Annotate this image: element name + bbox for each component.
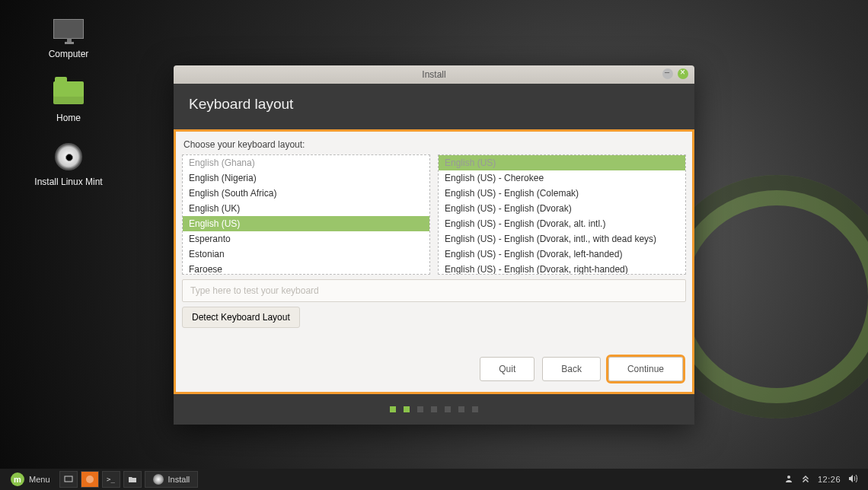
files-launcher[interactable] (123, 471, 142, 488)
desktop-icon-label: Home (23, 113, 114, 123)
menu-button[interactable]: m Menu (5, 473, 56, 486)
firefox-launcher[interactable] (81, 471, 99, 488)
install-window: Install Keyboard layout Choose your keyb… (174, 65, 694, 425)
continue-button[interactable]: Continue (608, 357, 683, 381)
disc-icon (55, 143, 82, 170)
svg-point-2 (787, 476, 790, 479)
terminal-launcher[interactable]: >_ (102, 471, 120, 488)
layout-variant-item[interactable]: English (US) - English (Dvorak, alt. int… (439, 216, 685, 231)
layout-family-item[interactable]: English (UK) (183, 201, 429, 216)
back-button[interactable]: Back (542, 357, 601, 381)
layout-family-list[interactable]: English (Ghana)English (Nigeria)English … (182, 154, 430, 275)
layout-variant-list[interactable]: English (US)English (US) - CherokeeEngli… (438, 154, 686, 275)
keyboard-test-input[interactable] (182, 279, 686, 302)
progress-dot (417, 406, 423, 412)
minimize-button[interactable] (662, 68, 673, 79)
window-titlebar[interactable]: Install (174, 65, 694, 84)
quit-button[interactable]: Quit (480, 357, 535, 381)
layout-family-item[interactable]: Faroese (183, 262, 429, 275)
mint-logo-icon: m (11, 473, 24, 486)
svg-point-1 (86, 476, 94, 483)
terminal-icon: >_ (107, 476, 115, 483)
monitor-icon (53, 19, 84, 39)
desktop-icon-home[interactable]: Home (23, 78, 114, 123)
progress-dot (472, 406, 478, 412)
layout-variant-item[interactable]: English (US) - English (Dvorak) (439, 201, 685, 216)
layout-variant-item[interactable]: English (US) (439, 155, 685, 170)
progress-dots (174, 394, 694, 425)
desktop-icon (64, 475, 73, 484)
progress-dot (390, 406, 396, 412)
close-button[interactable] (678, 68, 688, 79)
desktop-icon-label: Computer (23, 49, 114, 59)
progress-dot (404, 406, 410, 412)
show-desktop-button[interactable] (59, 471, 78, 488)
page-heading: Keyboard layout (174, 84, 694, 129)
progress-dot (431, 406, 437, 412)
choose-layout-prompt: Choose your keyboard layout: (182, 138, 686, 150)
layout-variant-item[interactable]: English (US) - English (Dvorak, intl., w… (439, 231, 685, 247)
desktop-icon-computer[interactable]: Computer (23, 14, 114, 59)
progress-dot (458, 406, 464, 412)
menu-label: Menu (29, 475, 50, 484)
taskbar-task-install[interactable]: Install (145, 471, 199, 488)
tray-network-icon[interactable] (801, 474, 810, 485)
task-label: Install (168, 475, 190, 484)
folder-icon (53, 81, 84, 104)
desktop-icon-install-mint[interactable]: Install Linux Mint (23, 142, 114, 187)
layout-family-item[interactable]: English (Nigeria) (183, 170, 429, 186)
taskbar: m Menu >_ Install 12:26 (0, 469, 868, 490)
folder-icon (128, 475, 137, 484)
layout-variant-item[interactable]: English (US) - English (Dvorak, left-han… (439, 247, 685, 262)
layout-family-item[interactable]: English (US) (183, 216, 429, 231)
progress-dot (445, 406, 451, 412)
tray-volume-icon[interactable] (848, 474, 859, 485)
svg-rect-0 (65, 476, 72, 482)
tray-clock[interactable]: 12:26 (818, 475, 841, 484)
firefox-icon (85, 474, 95, 485)
layout-family-item[interactable]: Estonian (183, 247, 429, 262)
tray-user-icon[interactable] (784, 474, 793, 485)
layout-family-item[interactable]: English (South Africa) (183, 186, 429, 201)
layout-family-item[interactable]: English (Ghana) (183, 155, 429, 170)
layout-variant-item[interactable]: English (US) - English (Colemak) (439, 186, 685, 201)
disc-icon (153, 474, 164, 485)
desktop-icon-label: Install Linux Mint (23, 177, 114, 187)
window-title: Install (422, 69, 445, 80)
layout-family-item[interactable]: Esperanto (183, 231, 429, 247)
layout-variant-item[interactable]: English (US) - Cherokee (439, 170, 685, 186)
layout-variant-item[interactable]: English (US) - English (Dvorak, right-ha… (439, 262, 685, 275)
detect-layout-button[interactable]: Detect Keyboard Layout (182, 307, 300, 328)
